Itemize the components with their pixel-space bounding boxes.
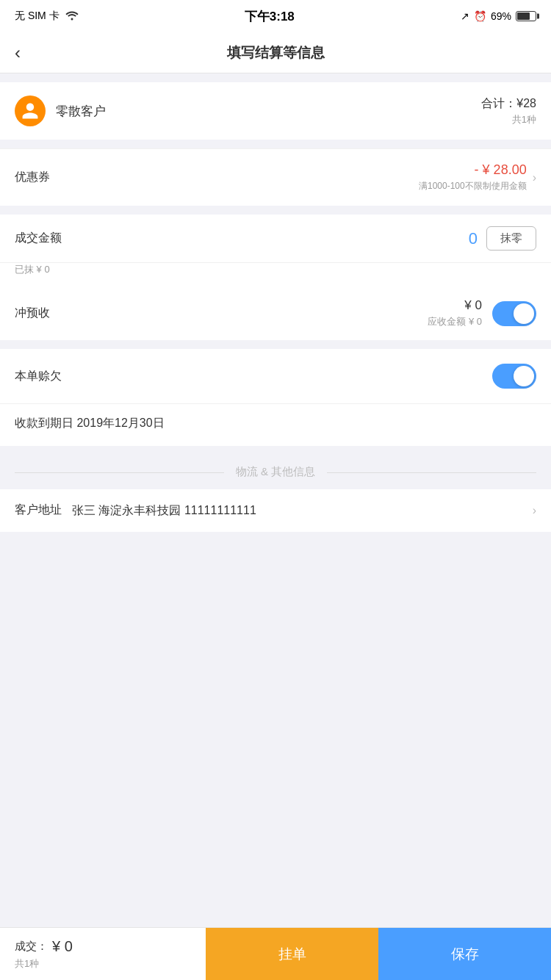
due-row[interactable]: 收款到期日 2019年12月30日 bbox=[0, 403, 551, 446]
customer-name: 零散客户 bbox=[56, 103, 106, 120]
prepay-row: 冲预收 ¥ 0 应收金额 ¥ 0 bbox=[0, 287, 551, 340]
prepay-toggle[interactable] bbox=[492, 301, 536, 326]
coupon-label: 优惠券 bbox=[15, 170, 50, 185]
logistics-divider: 物流 & 其他信息 bbox=[0, 455, 551, 489]
transaction-sub: 已抹 ¥ 0 bbox=[0, 263, 551, 287]
customer-row: 零散客户 合计：¥28 共1种 bbox=[0, 82, 551, 140]
status-bar: 无 SIM 卡 下午3:18 ↗ ⏰ 69% bbox=[0, 0, 551, 32]
coupon-amount: - ¥ 28.00 bbox=[419, 162, 527, 178]
customer-section: 零散客户 合计：¥28 共1种 bbox=[0, 82, 551, 140]
bottom-amount: ¥ 0 bbox=[52, 938, 73, 955]
customer-left: 零散客户 bbox=[15, 96, 106, 126]
coupon-section: 优惠券 - ¥ 28.00 满1000-100不限制使用金额 › bbox=[0, 148, 551, 206]
back-button[interactable]: ‹ bbox=[15, 43, 44, 63]
address-left: 客户地址 张三 海淀永丰科技园 11111111111 bbox=[15, 502, 256, 519]
prepay-receivable: 应收金额 ¥ 0 bbox=[428, 315, 482, 328]
coupon-desc: 满1000-100不限制使用金额 bbox=[419, 180, 527, 192]
coupon-row[interactable]: 优惠券 - ¥ 28.00 满1000-100不限制使用金额 › bbox=[0, 148, 551, 206]
coupon-right: - ¥ 28.00 满1000-100不限制使用金额 › bbox=[419, 162, 536, 192]
prepay-right: ¥ 0 应收金额 ¥ 0 bbox=[428, 298, 536, 328]
transaction-row: 成交金额 0 抹零 bbox=[0, 215, 551, 263]
save-button[interactable]: 保存 bbox=[378, 928, 551, 981]
status-left: 无 SIM 卡 bbox=[15, 10, 79, 23]
debt-row: 本单赊欠 bbox=[0, 349, 551, 403]
status-time: 下午3:18 bbox=[245, 8, 295, 25]
round-button[interactable]: 抹零 bbox=[486, 226, 536, 251]
debt-toggle[interactable] bbox=[492, 364, 536, 389]
prepay-amount: ¥ 0 bbox=[428, 298, 482, 313]
bottom-count: 共1种 bbox=[15, 957, 191, 970]
pending-button[interactable]: 挂单 bbox=[206, 928, 378, 981]
transaction-section: 成交金额 0 抹零 已抹 ¥ 0 冲预收 ¥ 0 应收金额 ¥ 0 bbox=[0, 215, 551, 340]
page-title: 填写结算等信息 bbox=[44, 43, 507, 62]
wifi-icon bbox=[65, 10, 79, 23]
prepay-label: 冲预收 bbox=[15, 306, 50, 321]
customer-right: 合计：¥28 共1种 bbox=[481, 96, 536, 126]
empty-area bbox=[0, 541, 551, 688]
customer-total: 合计：¥28 bbox=[481, 96, 536, 112]
due-date: 收款到期日 2019年12月30日 bbox=[15, 417, 165, 429]
logistics-label: 物流 & 其他信息 bbox=[224, 465, 327, 478]
bottom-info: 成交： ¥ 0 共1种 bbox=[0, 938, 206, 970]
toggle-knob bbox=[514, 303, 534, 324]
debt-label: 本单赊欠 bbox=[15, 369, 62, 384]
address-section: 客户地址 张三 海淀永丰科技园 11111111111 › bbox=[0, 489, 551, 532]
address-row[interactable]: 客户地址 张三 海淀永丰科技园 11111111111 › bbox=[0, 489, 551, 532]
address-value: 张三 海淀永丰科技园 11111111111 bbox=[72, 502, 256, 519]
debt-toggle-knob bbox=[514, 366, 534, 386]
transaction-right: 0 抹零 bbox=[455, 226, 536, 251]
address-label: 客户地址 bbox=[15, 502, 62, 518]
chevron-right-icon: › bbox=[533, 171, 536, 184]
address-chevron-icon: › bbox=[533, 504, 536, 517]
debt-section: 本单赊欠 收款到期日 2019年12月30日 bbox=[0, 349, 551, 446]
prepay-amount-block: ¥ 0 应收金额 ¥ 0 bbox=[428, 298, 482, 328]
battery-percent: 69% bbox=[491, 10, 511, 22]
transaction-label: 成交金额 bbox=[15, 231, 62, 246]
transaction-amount[interactable]: 0 bbox=[455, 229, 478, 248]
nav-bar: ‹ 填写结算等信息 bbox=[0, 32, 551, 73]
avatar bbox=[15, 96, 46, 126]
alarm-icon: ⏰ bbox=[474, 10, 486, 22]
status-right: ↗ ⏰ 69% bbox=[461, 10, 536, 22]
location-icon: ↗ bbox=[461, 10, 469, 22]
coupon-info: - ¥ 28.00 满1000-100不限制使用金额 bbox=[419, 162, 527, 192]
sim-status: 无 SIM 卡 bbox=[15, 10, 60, 23]
battery-icon bbox=[516, 11, 536, 21]
customer-count: 共1种 bbox=[481, 113, 536, 126]
bottom-deal-label: 成交： bbox=[15, 940, 48, 954]
bottom-bar: 成交： ¥ 0 共1种 挂单 保存 bbox=[0, 927, 551, 980]
